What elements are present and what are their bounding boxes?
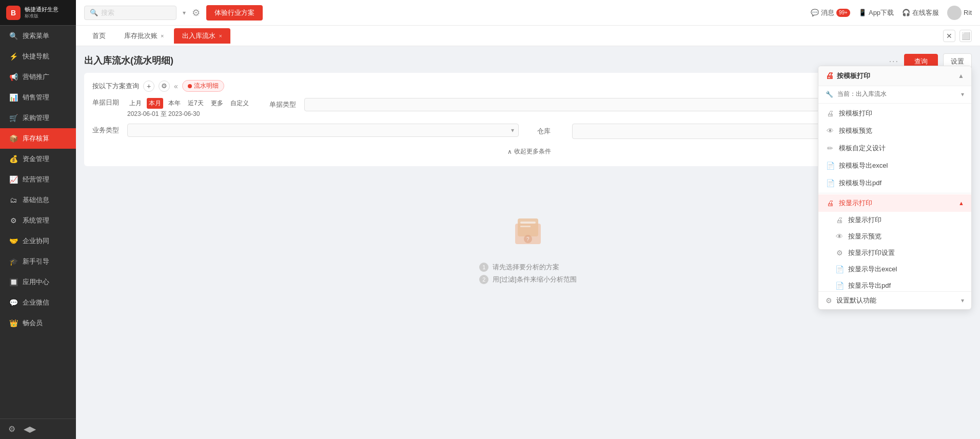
filter-settings-btn[interactable]: ⚙ [159, 81, 170, 92]
dp-display-print[interactable]: 🖨 按显示打印 [818, 212, 971, 228]
shortcut-7days[interactable]: 近7天 [186, 98, 206, 109]
page-title: 出入库流水(流水明细) [84, 54, 972, 67]
dp-current-template[interactable]: 🔧 当前：出入库流水 ▾ [818, 86, 971, 102]
sidebar-icon-system: ⚙ [8, 215, 18, 226]
dp-title: 🖨 按模板打印 [826, 71, 870, 81]
sidebar-item-cooperation[interactable]: 🤝 企业协同 [0, 231, 76, 251]
app-logo: B 畅捷通好生意 标准版 [0, 0, 76, 26]
dp-display-section-arrow[interactable]: ▲ [958, 200, 964, 206]
filter-add-btn[interactable]: + [143, 81, 154, 92]
toolbar-more-icon[interactable]: ··· [889, 57, 899, 66]
tab-home-label: 首页 [92, 31, 106, 41]
dp-item-template-print[interactable]: 🖨 按模板打印 [818, 105, 971, 122]
step-2-label: 用[过滤]条件来缩小分析范围 [493, 275, 576, 284]
biz-type-label: 业务类型 [92, 126, 123, 135]
window-maximize-btn[interactable]: ⬜ [959, 30, 972, 42]
headset-icon: 🎧 [902, 9, 910, 16]
dp-template-custom-label: 模板自定义设计 [839, 144, 886, 153]
biz-type-select[interactable]: ▾ [127, 124, 519, 137]
sidebar-label-finance: 资金管理 [23, 154, 49, 164]
dropdown-panel: 🖨 按模板打印 ▲ 🔧 当前：出入库流水 ▾ 🖨 按模板打印 � [818, 66, 972, 310]
online-service-btn[interactable]: 🎧 在线客服 [902, 8, 939, 17]
dp-current-arrow[interactable]: ▾ [961, 91, 964, 98]
dp-divider-2 [818, 193, 971, 193]
sidebar-item-quick-nav[interactable]: ⚡ 快捷导航 [0, 46, 76, 67]
shortcut-more[interactable]: 更多 [209, 98, 225, 109]
dp-footer-arrow[interactable]: ▾ [961, 297, 964, 304]
sidebar-label-enterprise-wechat: 企业微信 [23, 298, 49, 307]
app-download-btn[interactable]: 📱 App下载 [858, 8, 894, 17]
dp-display-settings[interactable]: ⚙ 按显示打印设置 [818, 245, 971, 261]
sidebar-item-system[interactable]: ⚙ 系统管理 [0, 210, 76, 231]
svg-rect-3 [520, 226, 531, 227]
dp-item-template-pdf[interactable]: 📄 按模板导出pdf [818, 174, 971, 192]
sidebar-icon-guide: 🎓 [8, 256, 18, 267]
tab-batch-account-close[interactable]: × [161, 33, 164, 39]
sidebar-item-marketing[interactable]: 📢 营销推广 [0, 67, 76, 87]
topbar-dropdown-icon[interactable]: ▾ [183, 9, 186, 16]
footer-menu-icon[interactable]: ◀▶ [24, 424, 36, 434]
dp-display-preview-icon: 👁 [835, 232, 844, 241]
page-content: 出入库流水(流水明细) 按以下方案查询 + ⚙ « 流水明细 单据日期 [76, 46, 980, 439]
user-avatar-area[interactable]: Rit [947, 6, 972, 20]
filter-title: 按以下方案查询 [92, 82, 139, 91]
dp-display-section-header[interactable]: 🖨 按显示打印 ▲ [818, 194, 971, 212]
filter-tag[interactable]: 流水明细 [182, 80, 224, 92]
dp-display-excel-icon: 📄 [835, 265, 844, 273]
dp-display-preview[interactable]: 👁 按显示预览 [818, 228, 971, 245]
sidebar-item-operation[interactable]: 📈 经营管理 [0, 169, 76, 190]
svg-text:?: ? [526, 236, 530, 242]
sidebar-item-inventory[interactable]: 📦 库存核算 [0, 128, 76, 149]
tab-inout-flow[interactable]: 出入库流水 × [174, 28, 230, 44]
dp-item-template-custom[interactable]: ✏ 模板自定义设计 [818, 139, 971, 157]
message-label: 消息 [821, 8, 834, 17]
sidebar-item-enterprise-wechat[interactable]: 💬 企业微信 [0, 292, 76, 313]
dp-footer[interactable]: ⚙ 设置默认功能 ▾ [818, 291, 971, 309]
biz-type-arrow: ▾ [511, 127, 514, 134]
tab-inout-flow-label: 出入库流水 [182, 31, 215, 41]
dp-collapse-icon[interactable]: ▲ [958, 72, 964, 79]
sidebar-item-basic[interactable]: 🗂 基础信息 [0, 190, 76, 210]
shortcut-this-year[interactable]: 本年 [166, 98, 183, 109]
collapse-icon: ∧ [507, 148, 512, 155]
shortcut-last-month[interactable]: 上月 [127, 98, 144, 109]
sidebar-label-inventory: 库存核算 [23, 134, 49, 143]
topbar-settings-icon[interactable]: ⚙ [192, 7, 200, 18]
phone-icon: 📱 [858, 9, 867, 16]
sidebar-icon-enterprise-wechat: 💬 [8, 297, 18, 308]
trial-button[interactable]: 体验行业方案 [206, 5, 263, 21]
tab-batch-account[interactable]: 库存批次账 × [116, 28, 172, 44]
sidebar-label-cooperation: 企业协同 [23, 236, 49, 246]
sidebar-item-member[interactable]: 👑 畅会员 [0, 313, 76, 333]
sidebar-item-finance[interactable]: 💰 资金管理 [0, 149, 76, 169]
shortcut-custom[interactable]: 自定义 [228, 98, 251, 109]
sidebar-item-purchase[interactable]: 🛒 采购管理 [0, 108, 76, 128]
filter-collapse-icon[interactable]: « [174, 82, 178, 90]
date-shortcuts: 上月 本月 本年 近7天 更多 自定义 [127, 98, 251, 109]
sidebar-item-guide[interactable]: 🎓 新手引导 [0, 251, 76, 272]
message-btn[interactable]: 💬 消息 99+ [811, 8, 850, 17]
dp-display-print-label: 按显示打印 [848, 215, 881, 225]
dp-display-pdf[interactable]: 📄 按显示导出pdf [818, 277, 971, 291]
logo-sub: 标准版 [25, 13, 58, 19]
dp-title-label: 按模板打印 [837, 71, 870, 81]
dp-template-excel-label: 按模板导出excel [839, 161, 888, 170]
sidebar-icon-basic: 🗂 [8, 195, 18, 205]
dp-display-settings-label: 按显示打印设置 [848, 248, 895, 257]
tab-home[interactable]: 首页 [84, 28, 114, 44]
sidebar-item-search[interactable]: 🔍 搜索菜单 [0, 26, 76, 46]
sidebar-label-app-center: 应用中心 [23, 277, 49, 287]
tab-inout-flow-close[interactable]: × [219, 33, 222, 39]
window-close-btn[interactable]: ✕ [943, 30, 955, 42]
dp-display-section-label: 按显示打印 [839, 198, 872, 208]
empty-step-1: 1 请先选择要分析的方案 [479, 263, 576, 272]
footer-settings-icon[interactable]: ⚙ [8, 424, 15, 434]
dp-item-template-excel[interactable]: 📄 按模板导出excel [818, 157, 971, 174]
sidebar-item-sales[interactable]: 📊 销售管理 [0, 87, 76, 108]
shortcut-this-month[interactable]: 本月 [147, 98, 163, 109]
topbar: 🔍 搜索 ▾ ⚙ 体验行业方案 💬 消息 99+ 📱 App下载 🎧 在线客服 … [76, 0, 980, 26]
sidebar-item-app-center[interactable]: 🔲 应用中心 [0, 272, 76, 292]
dp-item-template-preview[interactable]: 👁 按模板预览 [818, 122, 971, 139]
dp-display-excel[interactable]: 📄 按显示导出excel [818, 261, 971, 277]
topbar-search[interactable]: 🔍 搜索 [84, 6, 177, 20]
